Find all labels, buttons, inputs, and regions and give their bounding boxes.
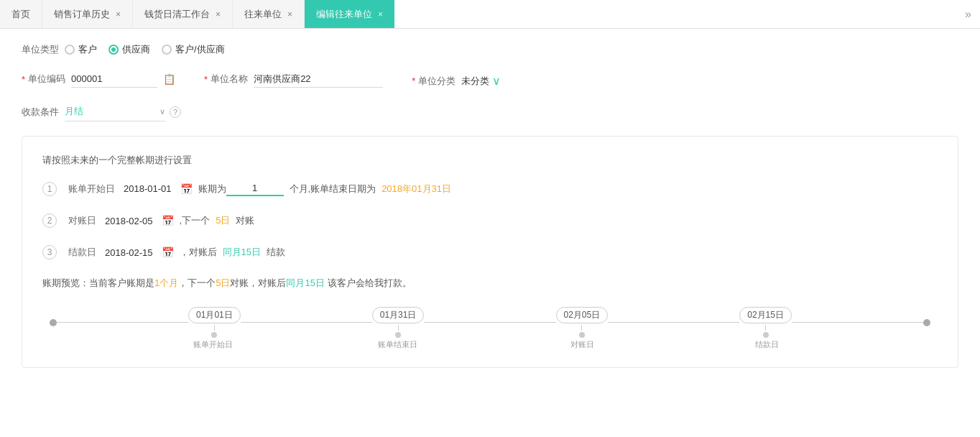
timeline-line-1	[57, 322, 188, 323]
timeline-line-3	[424, 322, 555, 323]
timeline-dot-3	[579, 332, 585, 338]
preview-prefix: 账期预览：当前客户账期是	[42, 277, 154, 288]
timeline-sub-1: 账单开始日	[193, 339, 233, 350]
tab-close-cash-work[interactable]: ×	[216, 9, 221, 19]
tab-counterpart[interactable]: 往来单位 ×	[233, 0, 305, 28]
period-date-3: 2018-02-15	[105, 247, 153, 258]
tab-close-sales-history[interactable]: ×	[116, 9, 121, 19]
timeline-sub-4: 结款日	[755, 339, 779, 350]
unit-type-row: 单位类型 客户 供应商 客户/供应商	[22, 43, 958, 56]
preview-suffix: 该客户会给我打款。	[328, 277, 412, 288]
tab-edit-counterpart[interactable]: 编辑往来单位 ×	[305, 0, 394, 28]
tab-close-edit-counterpart[interactable]: ×	[378, 9, 383, 19]
period-row-2: 2 对账日 2018-02-05 📅 ,下一个5日对账	[42, 213, 938, 228]
unit-code-star: *	[22, 74, 25, 85]
timeline: 01月01日 01月31日 02月05日 02月15日	[42, 307, 938, 338]
period-cal-2[interactable]: 📅	[162, 215, 174, 226]
category-arrow-icon: ∨	[492, 74, 501, 88]
unit-code-group: * 单位编码 📋	[22, 70, 175, 88]
unit-category-label: 单位分类	[418, 75, 456, 88]
period-label-1: 账单开始日	[68, 183, 115, 196]
timeline-label-1: 账单开始日	[184, 339, 241, 350]
period-desc-after-1: 个月,账单结束日期为	[290, 183, 376, 196]
unit-code-input[interactable]	[71, 70, 157, 88]
period-end-date-1: 2018年01月31日	[382, 183, 451, 196]
tab-cash-work[interactable]: 钱货日清工作台 ×	[133, 0, 233, 28]
timeline-sub-2: 账单结束日	[378, 339, 417, 350]
timeline-tick-1	[214, 325, 215, 331]
timeline-line-5	[792, 322, 923, 323]
unit-name-label: 单位名称	[211, 73, 248, 86]
period-label-3: 结款日	[68, 246, 96, 259]
payment-value: 月结	[65, 105, 157, 118]
timeline-dot-2	[395, 332, 401, 338]
unit-type-label: 单位类型	[22, 43, 59, 56]
payment-label: 收款条件	[22, 106, 59, 119]
timeline-labels: 账单开始日 账单结束日 对账日 结款日	[42, 339, 938, 350]
unit-category-select[interactable]: 未分类 ∨	[461, 74, 501, 88]
preview-mid1: ，下一个	[178, 277, 216, 288]
period-desc-part1-2: ,下一个	[180, 214, 211, 227]
period-date-1: 2018-01-01	[124, 183, 172, 194]
main-content: 单位类型 客户 供应商 客户/供应商 * 单位编码 📋	[0, 29, 980, 437]
unit-code-calendar-icon[interactable]: 📋	[163, 73, 175, 85]
unit-name-group: * 单位名称	[204, 70, 383, 88]
tab-home[interactable]: 首页	[0, 0, 42, 28]
payment-help-icon[interactable]: ?	[170, 106, 181, 118]
timeline-dot-4	[763, 332, 769, 338]
timeline-label-2: 账单结束日	[369, 339, 426, 350]
timeline-badge-3: 02月05日	[556, 307, 609, 323]
unit-name-star: *	[204, 74, 208, 85]
radio-circle-supplier	[108, 45, 119, 55]
timeline-start-dot	[50, 319, 57, 326]
payment-select[interactable]: 月结 ∨	[65, 102, 165, 121]
radio-supplier[interactable]: 供应商	[108, 43, 150, 56]
radio-circle-both	[162, 45, 172, 55]
timeline-node-2: 01月31日	[372, 307, 425, 338]
timeline-label-4: 结款日	[739, 339, 796, 350]
preview-highlight1: 1个月	[154, 277, 178, 288]
period-desc-before-1: 账期为	[198, 183, 226, 196]
period-label-2: 对账日	[68, 214, 96, 227]
payment-arrow-icon: ∨	[160, 107, 165, 116]
period-num-3: 3	[42, 245, 57, 259]
unit-code-label: 单位编码	[28, 73, 65, 86]
period-highlight2-3: 同月15日	[223, 246, 261, 259]
timeline-line-2	[241, 322, 372, 323]
radio-customer[interactable]: 客户	[65, 43, 97, 56]
timeline-tick-4	[765, 325, 766, 331]
timeline-sub-3: 对账日	[570, 339, 594, 350]
timeline-node-4: 02月15日	[739, 307, 792, 338]
timeline-node-1: 01月01日	[188, 307, 241, 338]
timeline-label-3: 对账日	[554, 339, 611, 350]
unit-details-row: * 单位编码 📋 * 单位名称 * 单位分类 未分类 ∨	[22, 70, 958, 88]
unit-category-value: 未分类	[461, 75, 489, 88]
tab-sales-history[interactable]: 销售订单历史 ×	[42, 0, 133, 28]
period-month-input[interactable]	[226, 181, 284, 196]
panel-hint: 请按照未来的一个完整帐期进行设置	[42, 154, 938, 167]
period-date-2: 2018-02-05	[105, 216, 153, 226]
timeline-dot-1	[211, 332, 217, 338]
period-num-1: 1	[42, 182, 57, 196]
period-desc-part1-3: ，对账后	[180, 246, 217, 259]
radio-dot-supplier	[111, 47, 116, 52]
period-row-3: 3 结款日 2018-02-15 📅 ，对账后同月15日结款	[42, 245, 938, 259]
unit-type-radio-group: 客户 供应商 客户/供应商	[65, 43, 225, 56]
unit-category-star: *	[412, 75, 415, 86]
tab-bar: 首页 销售订单历史 × 钱货日清工作台 × 往来单位 × 编辑往来单位 × »	[0, 0, 980, 29]
period-cal-3[interactable]: 📅	[162, 247, 174, 258]
period-panel: 请按照未来的一个完整帐期进行设置 1 账单开始日 2018-01-01 📅 账期…	[22, 136, 958, 368]
timeline-badge-1: 01月01日	[188, 307, 241, 323]
timeline-node-3: 02月05日	[556, 307, 609, 338]
tab-close-counterpart[interactable]: ×	[287, 9, 292, 19]
unit-name-input[interactable]	[254, 70, 383, 88]
tab-expand-button[interactable]: »	[956, 0, 980, 28]
period-row-1: 1 账单开始日 2018-01-01 📅 账期为 个月,账单结束日期为 2018…	[42, 181, 938, 196]
timeline-badge-4: 02月15日	[739, 307, 792, 323]
period-num-2: 2	[42, 213, 57, 228]
preview-highlight2: 5日	[216, 277, 230, 288]
timeline-badge-2: 01月31日	[372, 307, 425, 323]
period-cal-1[interactable]: 📅	[180, 183, 193, 195]
radio-both[interactable]: 客户/供应商	[162, 43, 225, 56]
timeline-tick-2	[398, 325, 399, 331]
